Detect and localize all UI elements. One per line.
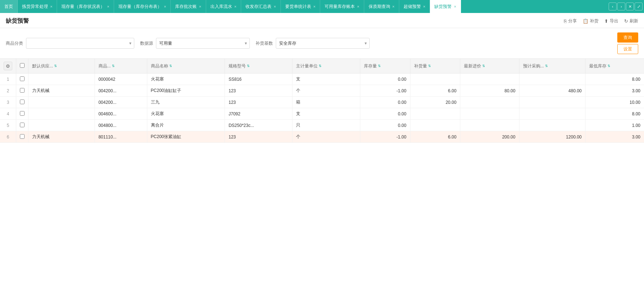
row-checkbox-cell bbox=[16, 131, 29, 143]
table-body: 1 0000042 火花塞 SS816 支 0.00 8.00 2 力天机械 0… bbox=[0, 74, 644, 143]
row-name: PC200张紧油缸 bbox=[147, 131, 225, 143]
table-container: ⚙ 默认供应... ⇅ 商品... ⇅ bbox=[0, 59, 644, 143]
category-select-wrapper bbox=[26, 38, 134, 49]
row-stock: 0.00 bbox=[360, 74, 410, 85]
gear-settings-button[interactable]: ⚙ bbox=[4, 62, 12, 70]
tab-close-button[interactable]: ✕ bbox=[626, 3, 634, 10]
th-unit[interactable]: 主计量单位 ⇅ bbox=[292, 59, 360, 74]
tab-baozhiqi[interactable]: 保质期查询 × bbox=[364, 0, 399, 13]
row-checkbox[interactable] bbox=[20, 100, 25, 104]
sort-icon: ⇅ bbox=[608, 64, 610, 68]
tab-keyong[interactable]: 可用量库存账本 × bbox=[320, 0, 364, 13]
row-latestprice bbox=[460, 97, 519, 108]
row-estimatedbuy: 480.00 bbox=[519, 85, 586, 97]
settings-button[interactable]: 设置 bbox=[617, 44, 638, 54]
category-filter-group: 商品分类 bbox=[6, 38, 134, 49]
row-estimatedbuy bbox=[519, 120, 586, 131]
row-name: 火花塞 bbox=[147, 108, 225, 120]
row-name: 三九 bbox=[147, 97, 225, 108]
close-icon[interactable]: × bbox=[454, 4, 456, 9]
query-button[interactable]: 查询 bbox=[617, 32, 638, 43]
th-stock[interactable]: 库存量 ⇅ bbox=[360, 59, 410, 74]
close-icon[interactable]: × bbox=[392, 4, 395, 9]
data-table: ⚙ 默认供应... ⇅ 商品... ⇅ bbox=[0, 59, 644, 143]
category-select[interactable] bbox=[26, 38, 134, 49]
table-row: 1 0000042 火花塞 SS816 支 0.00 8.00 bbox=[0, 74, 644, 85]
th-checkbox bbox=[16, 59, 29, 74]
row-checkbox[interactable] bbox=[20, 111, 25, 116]
restock-button[interactable]: 📋 补货 bbox=[583, 18, 599, 24]
datasource-select[interactable]: 可用量 库存量 bbox=[156, 38, 250, 49]
th-spec[interactable]: 规格型号 ⇅ bbox=[225, 59, 292, 74]
close-icon[interactable]: × bbox=[199, 4, 201, 9]
share-button[interactable]: ⎘ 分享 bbox=[564, 18, 577, 24]
row-estimatedbuy bbox=[519, 97, 586, 108]
tab-liushui[interactable]: 出入库流水 × bbox=[206, 0, 241, 13]
row-stock: 0.00 bbox=[360, 97, 410, 108]
tab-tiaozhan[interactable]: 拣货异常处理 × bbox=[18, 0, 57, 13]
row-checkbox-cell bbox=[16, 108, 29, 120]
main-content: 缺货预警 ⎘ 分享 📋 补货 ⬆ 导出 ↻ 刷新 商品分类 bbox=[0, 13, 644, 287]
tab-xianzun2[interactable]: 现存量（库存分布表） × bbox=[114, 0, 171, 13]
th-minstock[interactable]: 最低库存 ⇅ bbox=[586, 59, 644, 74]
row-code: 004200... bbox=[95, 97, 147, 108]
restockbase-filter-group: 补货基数 安全库存 最低库存 bbox=[256, 38, 370, 49]
row-number: 3 bbox=[0, 97, 16, 108]
tab-pipei[interactable]: 库存批次账 × bbox=[171, 0, 206, 13]
tab-yaohu[interactable]: 要货单统计表 × bbox=[281, 0, 320, 13]
th-supplier[interactable]: 默认供应... ⇅ bbox=[29, 59, 95, 74]
row-unit: 个 bbox=[292, 85, 360, 97]
restockbase-select[interactable]: 安全库存 最低库存 bbox=[276, 38, 370, 49]
sort-icon: ⇅ bbox=[169, 64, 172, 68]
th-name[interactable]: 商品名称 ⇅ bbox=[147, 59, 225, 74]
close-icon[interactable]: × bbox=[107, 4, 109, 9]
close-icon[interactable]: × bbox=[423, 4, 425, 9]
row-name: 离合片 bbox=[147, 120, 225, 131]
restockbase-label: 补货基数 bbox=[256, 40, 273, 47]
table-row: 3 004200... 三九 123 箱 0.00 20.00 10.00 bbox=[0, 97, 644, 108]
refresh-icon: ↻ bbox=[624, 18, 628, 24]
tab-home[interactable]: 首页 bbox=[0, 0, 18, 13]
row-estimatedbuy bbox=[519, 108, 586, 120]
sort-icon: ⇅ bbox=[54, 64, 57, 68]
th-code[interactable]: 商品... ⇅ bbox=[95, 59, 147, 74]
th-latestprice[interactable]: 最新进价 ⇅ bbox=[460, 59, 519, 74]
close-icon[interactable]: × bbox=[274, 4, 276, 9]
row-checkbox[interactable] bbox=[20, 134, 25, 139]
refresh-button[interactable]: ↻ 刷新 bbox=[624, 18, 638, 24]
row-unit: 只 bbox=[292, 120, 360, 131]
close-icon[interactable]: × bbox=[357, 4, 359, 9]
tab-chaoe[interactable]: 超储预警 × bbox=[399, 0, 430, 13]
tab-quehuo[interactable]: 缺货预警 × bbox=[430, 0, 461, 13]
row-checkbox-cell bbox=[16, 85, 29, 97]
tab-xianzun1[interactable]: 现存量（库存状况表） × bbox=[57, 0, 114, 13]
close-icon[interactable]: × bbox=[164, 4, 166, 9]
row-unit: 箱 bbox=[292, 97, 360, 108]
tab-bar: 首页 拣货异常处理 × 现存量（库存状况表） × 现存量（库存分布表） × 库存… bbox=[0, 0, 644, 13]
tab-shoufa[interactable]: 收发存汇总表 × bbox=[241, 0, 280, 13]
filter-actions: 查询 设置 bbox=[617, 32, 638, 54]
row-checkbox[interactable] bbox=[20, 123, 25, 127]
filter-area: 商品分类 数据源 可用量 库存量 补货基数 安全库存 bbox=[0, 28, 644, 59]
row-stock: 0.00 bbox=[360, 108, 410, 120]
close-icon[interactable]: × bbox=[50, 4, 52, 9]
tab-expand-button[interactable]: ⤢ bbox=[635, 3, 643, 10]
tab-next-button[interactable]: › bbox=[617, 3, 625, 10]
sort-icon: ⇅ bbox=[319, 64, 322, 68]
close-icon[interactable]: × bbox=[234, 4, 236, 9]
th-restock[interactable]: 补货量 ⇅ bbox=[410, 59, 460, 74]
row-latestprice bbox=[460, 108, 519, 120]
row-name: 火花塞 bbox=[147, 74, 225, 85]
row-minstock: 1.00 bbox=[586, 120, 644, 131]
tab-prev-button[interactable]: ‹ bbox=[609, 3, 617, 10]
row-checkbox[interactable] bbox=[20, 88, 25, 93]
sort-icon: ⇅ bbox=[482, 64, 485, 68]
close-icon[interactable]: × bbox=[313, 4, 316, 9]
row-minstock: 3.00 bbox=[586, 85, 644, 97]
row-checkbox[interactable] bbox=[20, 76, 25, 81]
export-button[interactable]: ⬆ 导出 bbox=[604, 18, 618, 24]
row-spec: SS816 bbox=[225, 74, 292, 85]
select-all-checkbox[interactable] bbox=[20, 63, 25, 68]
row-supplier bbox=[29, 108, 95, 120]
th-estimatedbuy[interactable]: 预计采购... ⇅ bbox=[519, 59, 586, 74]
